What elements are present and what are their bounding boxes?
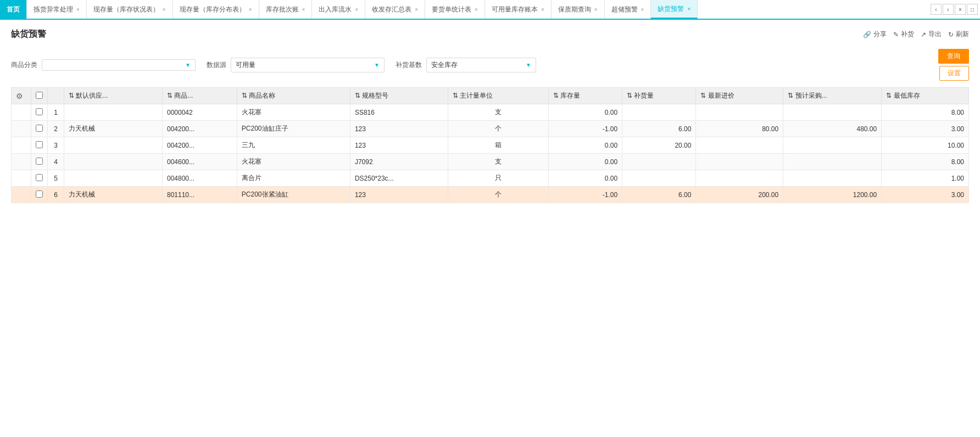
settings-button[interactable]: 设置 [939,66,969,81]
row-checkbox-3[interactable] [36,158,43,165]
td-stock-3: 0.00 [548,154,622,170]
td-estimated-purchase-3 [783,154,882,170]
td-supplier-0 [64,104,163,121]
replenish-button[interactable]: ✎ 补货 [893,30,914,39]
tab-expiry-query-close[interactable]: × [594,7,598,13]
td-replenish-4 [622,170,696,187]
tab-close-current[interactable]: × [955,4,966,15]
td-code-0: 0000042 [162,104,237,121]
tab-available-ledger[interactable]: 可用量库存账本 × [485,0,552,19]
tab-nav-controls: ‹ › × □ [928,4,980,15]
td-gear-3 [12,154,31,170]
tab-overstock[interactable]: 超储预警 × [605,0,652,19]
row-checkbox-1[interactable] [36,125,43,132]
td-estimated-purchase-0 [783,104,882,121]
td-code-1: 004200... [162,121,237,137]
refresh-icon: ↻ [948,31,954,38]
replenish-base-value: 安全库存 [431,60,458,70]
row-checkbox-5[interactable] [36,191,43,198]
th-code: ⇅ 商品... [162,88,237,104]
refresh-button[interactable]: ↻ 刷新 [948,30,969,39]
td-stock-4: 0.00 [548,170,622,187]
export-icon: ↗ [921,31,926,38]
tab-scroll-left[interactable]: ‹ [931,4,942,15]
th-estimated-purchase-label: ⇅ 预计采购... [788,92,827,99]
tab-order-stats-close[interactable]: × [475,7,478,13]
share-button[interactable]: 🔗 分享 [863,30,887,39]
td-code-4: 004800... [162,170,237,187]
tab-shortage-close[interactable]: × [687,6,691,12]
tab-receive-summary-label: 收发存汇总表 [372,5,411,14]
tab-inventory-dist-label: 现存量（库存分布表） [180,5,246,14]
td-stock-5: -1.00 [548,187,622,203]
query-button[interactable]: 查询 [938,49,969,64]
td-spec-2: 123 [350,137,448,154]
tab-inventory-status[interactable]: 现存量（库存状况表） × [87,0,173,19]
td-estimated-purchase-2 [783,137,882,154]
row-checkbox-2[interactable] [36,141,43,148]
td-min-stock-1: 3.00 [882,121,969,137]
td-name-0: 火花塞 [237,104,350,121]
td-spec-4: DS250*23c... [350,170,448,187]
tab-receive-summary[interactable]: 收发存汇总表 × [365,0,425,19]
tab-batch-account[interactable]: 库存批次账 × [259,0,313,19]
td-min-stock-0: 8.00 [882,104,969,121]
td-replenish-2: 20.00 [622,137,696,154]
tab-batch-account-label: 库存批次账 [266,5,299,14]
replenish-base-filter-group: 补货基数 安全库存 ▼ [396,58,536,72]
export-button[interactable]: ↗ 导出 [921,30,942,39]
td-gear-0 [12,104,31,121]
tab-order-stats[interactable]: 要货单统计表 × [425,0,485,19]
tab-overstock-close[interactable]: × [641,7,644,13]
tab-inout-flow[interactable]: 出入库流水 × [312,0,365,19]
datasource-filter-group: 数据源 可用量 ▼ [207,58,385,72]
replenish-base-select[interactable]: 安全库存 ▼ [426,58,536,72]
tab-scroll-right[interactable]: › [943,4,954,15]
td-stock-0: 0.00 [548,104,622,121]
td-checkbox-4 [31,170,48,187]
td-supplier-3 [64,154,163,170]
td-index-5: 6 [48,187,64,203]
category-arrow-icon: ▼ [185,62,191,68]
tab-available-ledger-label: 可用量库存账本 [492,5,538,14]
row-checkbox-0[interactable] [36,108,43,115]
th-min-stock: ⇅ 最低库存 [882,88,969,104]
tab-abnormal-close[interactable]: × [76,7,80,13]
td-replenish-0 [622,104,696,121]
tab-available-ledger-close[interactable]: × [541,7,544,13]
datasource-value: 可用量 [236,60,255,70]
tab-home[interactable]: 首页 [0,0,27,19]
td-unit-4: 只 [448,170,548,187]
datasource-select[interactable]: 可用量 ▼ [231,58,385,72]
category-label: 商品分类 [11,60,37,70]
table-row: 5 004800... 离合片 DS250*23c... 只 0.00 1.00 [12,170,969,187]
category-select[interactable]: ▼ [42,59,196,71]
tab-expiry-query-label: 保质期查询 [558,5,591,14]
header-checkbox[interactable] [36,92,43,99]
table-body: 1 0000042 火花塞 SS816 支 0.00 8.00 2 力天机械 0… [12,104,969,203]
tab-shortage-label: 缺货预警 [658,4,684,14]
td-name-2: 三九 [237,137,350,154]
tab-inventory-dist-close[interactable]: × [249,7,252,13]
filter-row: 商品分类 ▼ 数据源 可用量 ▼ 补货基数 安全库存 ▼ 查询 设置 [11,49,969,81]
row-checkbox-4[interactable] [36,174,43,181]
td-spec-3: J7092 [350,154,448,170]
td-latest-price-5: 200.00 [696,187,783,203]
replenish-icon: ✎ [893,31,899,38]
tab-batch-account-close[interactable]: × [302,7,305,13]
tab-inventory-dist[interactable]: 现存量（库存分布表） × [173,0,259,19]
tab-inventory-status-close[interactable]: × [163,7,166,13]
th-min-stock-label: ⇅ 最低库存 [886,92,920,99]
tab-inout-flow-close[interactable]: × [355,7,358,13]
tab-receive-summary-close[interactable]: × [415,7,418,13]
td-min-stock-5: 3.00 [882,187,969,203]
td-gear-4 [12,170,31,187]
td-spec-0: SS816 [350,104,448,121]
tab-shortage[interactable]: 缺货预警 × [651,0,698,19]
tab-expiry-query[interactable]: 保质期查询 × [552,0,605,19]
tab-expand[interactable]: □ [967,4,978,15]
td-checkbox-1 [31,121,48,137]
tab-abnormal[interactable]: 拣货异常处理 × [27,0,87,19]
td-unit-5: 个 [448,187,548,203]
gear-icon[interactable]: ⚙ [16,92,23,100]
